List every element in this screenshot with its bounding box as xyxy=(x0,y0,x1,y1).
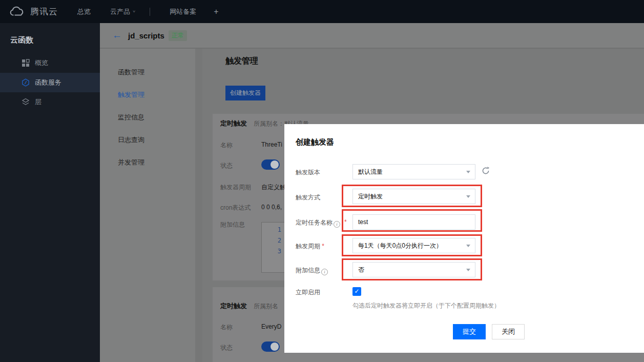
cloud-logo-icon xyxy=(8,6,26,17)
nav-overview[interactable]: 总览 xyxy=(77,7,91,16)
line-number: 3 xyxy=(262,246,281,257)
field-label-enable-now: 立即启用 xyxy=(296,288,320,297)
task-name-input[interactable] xyxy=(352,214,475,230)
top-navbar: 腾讯云 总览 云产品 ˅ 网站备案 + xyxy=(0,0,644,23)
refresh-icon[interactable] xyxy=(481,166,490,175)
sidebar-item-layers[interactable]: 层 xyxy=(0,92,100,112)
function-submenu: 函数管理 触发管理 监控信息 日志查询 并发管理 xyxy=(100,49,202,362)
modal-title: 创建触发器 xyxy=(296,137,334,147)
submenu-item-concurrency[interactable]: 并发管理 xyxy=(100,151,195,174)
trigger-type: 定时触发 xyxy=(220,301,247,311)
sidebar-menu: 概览 函数服务 层 xyxy=(0,53,100,112)
create-trigger-button[interactable]: 创建触发器 xyxy=(225,86,265,100)
field-label: 附加信息 xyxy=(220,220,245,229)
page-title: 触发管理 xyxy=(225,56,258,67)
selected-value: 定时触发 xyxy=(358,193,383,200)
toggle-knob xyxy=(271,160,279,169)
sidebar-item-overview[interactable]: 概览 xyxy=(0,53,100,73)
field-label-extra-info: 附加信息i xyxy=(296,266,328,275)
info-icon[interactable]: i xyxy=(334,221,340,228)
function-hexagon-icon xyxy=(22,78,30,87)
field-value: 0 0 0,6, xyxy=(261,204,282,211)
trigger-version-select[interactable]: 默认流量 xyxy=(352,164,475,179)
selected-value: 默认流量 xyxy=(358,168,383,175)
required-asterisk: * xyxy=(322,243,324,250)
enable-now-checkbox[interactable]: ✓ xyxy=(352,287,361,296)
sidebar-title: 云函数 xyxy=(0,23,100,45)
nav-products-label: 云产品 xyxy=(110,7,130,16)
field-value: ThreeTi xyxy=(261,141,282,148)
trigger-type: 定时触发 xyxy=(220,119,247,128)
chevron-down-icon xyxy=(466,269,470,271)
label-text: 附加信息 xyxy=(296,267,320,274)
field-label: cron表达式 xyxy=(220,204,251,212)
field-label: 名称 xyxy=(220,323,233,332)
enable-helper-text: 勾选后定时触发器将立即开启（于下个配置周期触发） xyxy=(352,301,500,310)
submenu-item-function-management[interactable]: 函数管理 xyxy=(100,61,195,84)
sidebar-item-function-service[interactable]: 函数服务 xyxy=(0,73,100,92)
selected-value: 每1天（每天0点0分执行一次） xyxy=(358,242,442,249)
field-label: 状态 xyxy=(220,162,233,170)
status-badge: 正常 xyxy=(169,30,187,41)
submenu-item-monitoring[interactable]: 监控信息 xyxy=(100,106,195,129)
chevron-down-icon xyxy=(466,195,470,198)
nav-beian[interactable]: 网站备案 xyxy=(170,7,196,16)
trigger-period-select[interactable]: 每1天（每天0点0分执行一次） xyxy=(352,238,475,253)
tencent-cloud-brand[interactable]: 腾讯云 xyxy=(8,6,58,17)
chevron-down-icon xyxy=(466,171,470,173)
submenu-item-logs[interactable]: 日志查询 xyxy=(100,129,195,151)
left-sidebar: 云函数 概览 函数服务 层 xyxy=(0,23,100,362)
back-arrow-icon[interactable]: ← xyxy=(112,30,122,41)
submit-button[interactable]: 提交 xyxy=(453,324,486,339)
chevron-down-icon xyxy=(466,245,470,247)
toggle-knob xyxy=(271,343,279,351)
extra-info-select[interactable]: 否 xyxy=(352,262,475,277)
line-number: 2 xyxy=(262,235,281,246)
close-button[interactable]: 关闭 xyxy=(492,324,525,339)
submenu-item-trigger-management[interactable]: 触发管理 xyxy=(100,84,195,106)
selected-value: 否 xyxy=(358,266,364,273)
nav-add-tab-button[interactable]: + xyxy=(214,7,218,16)
brand-name: 腾讯云 xyxy=(30,6,58,17)
field-label-trigger-version: 触发版本 xyxy=(296,168,320,177)
label-text: 定时任务名称 xyxy=(296,219,333,226)
field-label-trigger-period: 触发周期 * xyxy=(296,242,324,251)
status-toggle[interactable] xyxy=(261,341,280,352)
grid-icon xyxy=(22,59,30,67)
required-asterisk: * xyxy=(344,218,347,226)
trigger-method-select[interactable]: 定时触发 xyxy=(352,189,475,204)
nav-divider xyxy=(150,8,150,16)
field-value: 自定义触 xyxy=(261,183,286,192)
sidebar-item-label: 层 xyxy=(35,97,41,107)
info-icon[interactable]: i xyxy=(321,269,328,275)
field-label: 名称 xyxy=(220,141,233,150)
field-label: 触发器周期 xyxy=(220,183,251,192)
status-toggle[interactable] xyxy=(261,159,280,170)
layers-icon xyxy=(22,98,30,106)
field-label: 状态 xyxy=(220,344,233,352)
nav-products[interactable]: 云产品 ˅ xyxy=(110,7,135,16)
function-header-bar: ← jd_scripts 正常 xyxy=(100,23,644,49)
sidebar-item-label: 概览 xyxy=(35,58,48,68)
create-trigger-modal: 创建触发器 触发版本 默认流量 触发方式 定时触发 定时任务名称i * 触发周期… xyxy=(284,124,644,353)
chevron-down-icon: ˅ xyxy=(133,10,135,14)
sidebar-item-label: 函数服务 xyxy=(35,78,61,87)
field-label-trigger-method: 触发方式 xyxy=(296,193,320,202)
trigger-alias: 所属别名 xyxy=(254,302,278,311)
field-label-task-name: 定时任务名称i xyxy=(296,218,340,228)
label-text: 触发周期 xyxy=(296,243,320,250)
line-number: 1 xyxy=(262,225,281,235)
field-value: EveryD xyxy=(261,323,281,330)
function-name: jd_scripts xyxy=(128,31,164,40)
